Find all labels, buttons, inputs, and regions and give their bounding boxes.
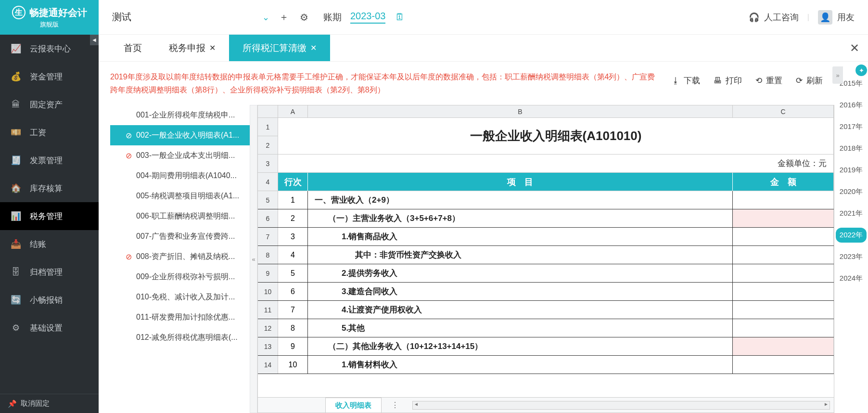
period-value[interactable]: 2023-03 (350, 11, 385, 24)
row-header[interactable]: 1 (258, 118, 278, 136)
cell-item[interactable]: 2.提供劳务收入 (308, 264, 733, 282)
tab-2[interactable]: 所得税汇算清缴✕ (229, 35, 330, 61)
row-header[interactable]: 12 (258, 319, 278, 337)
support-button[interactable]: 🎧 人工咨询 (749, 12, 799, 23)
tab-1[interactable]: 税务申报✕ (155, 35, 229, 61)
cell-amount[interactable] (733, 337, 834, 355)
tree-item-7[interactable]: ⊘008-资产折旧、摊销及纳税... (110, 246, 250, 267)
row-header[interactable]: 8 (258, 246, 278, 264)
cell-line[interactable]: 8 (278, 319, 308, 337)
sidebar-item-0[interactable]: 📈云报表中心 (0, 35, 99, 63)
year-2022年[interactable]: 2022年 (836, 228, 867, 243)
tree-item-4[interactable]: 005-纳税调整项目明细表(A1... (110, 186, 250, 206)
tab-0[interactable]: 首页 (110, 35, 155, 61)
rail-expand-icon[interactable]: » (832, 66, 843, 84)
tree-item-6[interactable]: 007-广告费和业务宣传费跨... (110, 226, 250, 246)
refresh-button[interactable]: ⟳刷新 (796, 75, 823, 86)
tree-item-5[interactable]: 006-职工薪酬纳税调整明细... (110, 206, 250, 226)
print-button[interactable]: 🖶打印 (714, 75, 742, 86)
sidebar-item-3[interactable]: 💴工资 (0, 118, 99, 146)
cell-line[interactable]: 7 (278, 301, 308, 319)
sidebar-item-1[interactable]: 💰资金管理 (0, 63, 99, 90)
tree-item-0[interactable]: 001-企业所得税年度纳税申... (110, 105, 250, 125)
tab-close-icon[interactable]: ✕ (310, 43, 317, 52)
cell-item[interactable]: 5.其他 (308, 319, 733, 337)
row-header[interactable]: 2 (258, 136, 278, 154)
tree-item-11[interactable]: 012-减免所得税优惠明细表(... (110, 327, 250, 348)
sidebar-item-2[interactable]: 🏛固定资产 (0, 90, 99, 118)
cell-line[interactable]: 4 (278, 246, 308, 264)
tab-close-icon[interactable]: ✕ (209, 43, 216, 52)
year-2021年[interactable]: 2021年 (836, 206, 867, 221)
sheet-tab[interactable]: 收入明细表 (325, 398, 382, 413)
tree-item-10[interactable]: 011-研发费用加计扣除优惠... (110, 307, 250, 327)
col-header-a[interactable]: A (278, 105, 308, 117)
gear-icon[interactable]: ⚙ (298, 12, 310, 23)
year-2024年[interactable]: 2024年 (836, 271, 867, 286)
cell-line[interactable]: 9 (278, 337, 308, 355)
row-header[interactable]: 5 (258, 191, 278, 209)
tree-item-1[interactable]: ⊘002-一般企业收入明细表(A1... (110, 125, 250, 145)
col-header-b[interactable]: B (308, 105, 733, 117)
add-icon[interactable]: ＋ (278, 12, 290, 23)
cell-item[interactable]: 一、营业收入（2+9） (308, 191, 733, 209)
sheet-menu-icon[interactable]: ⋮ (382, 400, 408, 410)
download-button[interactable]: ⭳下载 (672, 75, 700, 86)
row-header[interactable]: 10 (258, 283, 278, 300)
cell-item[interactable]: 其中：非货币性资产交换收入 (308, 246, 733, 264)
cell-line[interactable]: 5 (278, 264, 308, 282)
year-2018年[interactable]: 2018年 (836, 141, 867, 156)
sidebar-item-9[interactable]: 🔄小畅报销 (0, 286, 99, 314)
year-2019年[interactable]: 2019年 (836, 163, 867, 178)
calendar-icon[interactable]: 🗓 (394, 12, 406, 23)
reset-button[interactable]: ⟲重置 (755, 75, 782, 86)
sidebar-item-6[interactable]: 📊税务管理 (0, 202, 99, 230)
sidebar-item-4[interactable]: 🧾发票管理 (0, 146, 99, 174)
cell-item[interactable]: 4.让渡资产使用权收入 (308, 301, 733, 319)
row-header[interactable]: 4 (258, 173, 278, 191)
tree-item-8[interactable]: 009-企业所得税弥补亏损明... (110, 267, 250, 287)
cell-amount[interactable] (733, 264, 834, 282)
cell-amount[interactable] (733, 246, 834, 264)
cell-amount[interactable] (733, 319, 834, 337)
row-header[interactable]: 14 (258, 356, 278, 374)
row-header[interactable]: 11 (258, 301, 278, 319)
sidebar-collapse-icon[interactable]: ◄ (90, 35, 99, 45)
cell-amount[interactable] (733, 191, 834, 209)
year-2017年[interactable]: 2017年 (836, 119, 867, 134)
sidebar-item-5[interactable]: 🏠库存核算 (0, 174, 99, 202)
year-2023年[interactable]: 2023年 (836, 249, 867, 264)
cell-amount[interactable] (733, 209, 834, 227)
cell-amount[interactable] (733, 283, 834, 300)
cell-line[interactable]: 6 (278, 283, 308, 300)
cell-item[interactable]: 3.建造合同收入 (308, 283, 733, 300)
cell-line[interactable]: 3 (278, 228, 308, 245)
rail-badge-icon[interactable]: ✦ (855, 65, 867, 76)
cell-line[interactable]: 1 (278, 191, 308, 209)
cell-item[interactable]: （二）其他业务收入（10+12+13+14+15） (308, 337, 733, 355)
sidebar-item-10[interactable]: ⚙基础设置 (0, 314, 99, 342)
row-header[interactable]: 3 (258, 155, 278, 172)
cell-line[interactable]: 10 (278, 356, 308, 374)
cell-amount[interactable] (733, 356, 834, 374)
tree-item-9[interactable]: 010-免税、减计收入及加计... (110, 287, 250, 307)
user-menu[interactable]: 👤 用友 (818, 10, 855, 25)
year-2016年[interactable]: 2016年 (836, 98, 867, 113)
tree-item-3[interactable]: 004-期间费用明细表(A1040... (110, 166, 250, 186)
col-header-c[interactable]: C (733, 105, 834, 117)
cell-line[interactable]: 2 (278, 209, 308, 227)
close-all-tabs-icon[interactable]: ✕ (850, 41, 859, 55)
cell-item[interactable]: 1.销售商品收入 (308, 228, 733, 245)
row-header[interactable]: 7 (258, 228, 278, 245)
tree-collapse-icon[interactable]: « (250, 105, 257, 413)
year-2020年[interactable]: 2020年 (836, 184, 867, 199)
cell-item[interactable]: 1.销售材料收入 (308, 356, 733, 374)
unpin-button[interactable]: 📌 取消固定 (0, 394, 99, 413)
org-selector[interactable]: 测试 ⌄ (112, 11, 269, 24)
cell-amount[interactable] (733, 301, 834, 319)
row-header[interactable]: 13 (258, 337, 278, 355)
sidebar-item-8[interactable]: 🗄归档管理 (0, 258, 99, 286)
horizontal-scrollbar[interactable] (412, 401, 830, 410)
sidebar-item-7[interactable]: 📥结账 (0, 230, 99, 258)
tree-item-2[interactable]: ⊘003-一般企业成本支出明细... (110, 145, 250, 166)
